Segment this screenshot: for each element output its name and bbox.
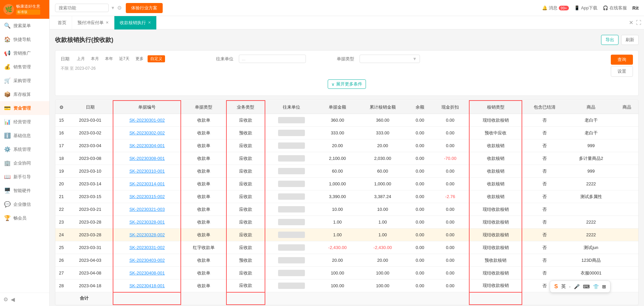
tab-receipt-close-icon[interactable]: ✕	[148, 20, 151, 25]
date-btn-more[interactable]: 更多	[133, 55, 146, 62]
bill-no-link[interactable]: SK-20230418-001	[129, 283, 165, 288]
topbar-chevron-icon: ▼	[111, 5, 115, 10]
cell-biz-type: 应收款	[226, 280, 265, 292]
sidebar-item-guide[interactable]: 📖 新手引导	[0, 170, 49, 184]
cell-balance: 0.00	[409, 165, 432, 178]
export-button[interactable]: 导出	[601, 35, 619, 45]
sidebar-item-marketing[interactable]: 📢 营销推广	[0, 46, 49, 60]
sogou-shirt-icon[interactable]: 👕	[593, 284, 599, 289]
refresh-button[interactable]: 刷新	[621, 35, 639, 45]
settings-button[interactable]: 设置	[611, 66, 633, 77]
sidebar-item-system-label: 系统管理	[13, 146, 31, 152]
cell-balance: 0.00	[409, 280, 432, 292]
bill-no-link[interactable]: SK-20230308-001	[129, 156, 165, 161]
purchase-icon: 🛒	[4, 77, 11, 84]
cell-counterpart	[265, 254, 318, 267]
sidebar-item-enterprise[interactable]: 🏢 企业协同	[0, 156, 49, 170]
tab-prepay-close-icon[interactable]: ✕	[106, 20, 109, 25]
app-download-link[interactable]: 📱 App下载	[574, 5, 597, 11]
cell-discount: 0.00	[431, 254, 469, 267]
cell-discount: -70.00	[431, 152, 469, 165]
tab-prepay-order[interactable]: 预付冲应付单 ✕	[72, 16, 114, 29]
cell-biz-type: 应收款	[226, 241, 265, 254]
date-btn-7days[interactable]: 近7天	[117, 55, 131, 62]
sidebar-item-search[interactable]: 🔍 搜索菜单	[0, 19, 49, 33]
sogou-input-label[interactable]: 英	[561, 284, 566, 290]
collapse-icon[interactable]: ◀	[11, 296, 15, 303]
counterpart-label: 往来单位	[216, 56, 233, 62]
bill-no-link[interactable]: SK-20230315-002	[129, 194, 165, 199]
footer-discount	[431, 292, 469, 305]
tab-actions: ✕ ⛶	[629, 19, 641, 26]
cell-included: 否	[522, 127, 567, 139]
cell-no: 26	[55, 254, 67, 267]
cell-counterpart	[265, 127, 318, 139]
tab-receipt-cancel[interactable]: 收款核销执行 ✕	[114, 16, 157, 29]
table-row: 16 2023-03-02 SK-20230302-002 收款单 预收款 33…	[55, 127, 638, 139]
settings-icon[interactable]: ⚙	[3, 296, 8, 303]
sidebar-item-quicknav[interactable]: 🏠 快捷导航	[0, 33, 49, 46]
page-title-bar: 收款核销执行(按收款) 导出 刷新	[55, 35, 639, 45]
cell-bill-type: 收款单	[181, 139, 226, 152]
bill-no-link[interactable]: SK-20230321-003	[129, 207, 165, 212]
sidebar-item-system[interactable]: ⚙️ 系统管理	[0, 142, 49, 156]
bill-no-link[interactable]: SK-20230328-002	[129, 232, 165, 237]
query-button[interactable]: 查询	[611, 55, 633, 65]
bill-no-link[interactable]: SK-20230302-002	[129, 130, 165, 135]
cell-date: 2023-04-03	[67, 254, 113, 267]
topbar-search-input[interactable]	[55, 4, 109, 12]
notification-area[interactable]: 🔔 消息 99+	[542, 5, 569, 11]
sogou-mic-icon[interactable]: 🎤	[574, 284, 580, 289]
bill-no-link[interactable]: SK-20230408-001	[129, 270, 165, 276]
date-btn-custom[interactable]: 自定义	[148, 55, 165, 62]
sidebar-item-basicinfo[interactable]: ℹ️ 基础信息	[0, 129, 49, 142]
expand-more-button[interactable]: ∨ 展开更多条件	[328, 79, 366, 89]
cell-cancel-amount: 100.00	[357, 280, 409, 292]
date-btn-this-month[interactable]: 本月	[89, 55, 101, 62]
cell-balance: 0.00	[409, 114, 432, 127]
industry-solution-button[interactable]: 体验行业方案	[126, 3, 163, 13]
sidebar-item-inventory[interactable]: 📦 库存核算	[0, 87, 49, 101]
sogou-grid-icon[interactable]: ⊞	[602, 284, 606, 289]
page-content: 收款核销执行(按收款) 导出 刷新 日期 上月 本月 本年 近7天	[50, 29, 644, 306]
date-btn-last-month[interactable]: 上月	[75, 55, 87, 62]
tab-fullscreen-icon[interactable]: ⛶	[636, 20, 641, 26]
cell-cancel-type: 收款核销	[469, 190, 522, 203]
bill-no-link[interactable]: SK-20230304-001	[129, 143, 165, 148]
bill-no-link[interactable]: SK-20230331-002	[129, 245, 165, 250]
cell-cancel-amount: 1.00	[357, 229, 409, 241]
sidebar-item-vip[interactable]: 🏆 畅会员	[0, 211, 49, 225]
cell-balance: 0.00	[409, 229, 432, 241]
bill-type-select[interactable]: ▼	[360, 55, 420, 63]
online-service-link[interactable]: 🎧 在线客服	[603, 5, 627, 11]
date-range-display: 不限 至 2023-07-26	[61, 66, 420, 71]
headset-icon: 🎧	[603, 5, 608, 10]
user-name[interactable]: Rit	[632, 5, 639, 11]
table-row: 21 2023-03-15 SK-20230315-002 收款单 应收款 3,…	[55, 190, 638, 203]
footer-counterpart	[265, 292, 318, 305]
bill-no-link[interactable]: SK-20230314-001	[129, 181, 165, 186]
sidebar-item-hardware[interactable]: 🖥️ 智能硬件	[0, 184, 49, 197]
sogou-dot-icon: ·	[569, 284, 571, 289]
sogou-keyboard-icon[interactable]: ⌨	[583, 284, 590, 289]
sidebar-item-finance[interactable]: 💳 资金管理	[0, 101, 49, 115]
bill-no-link[interactable]: SK-20230301-002	[129, 118, 165, 123]
cell-counterpart	[265, 139, 318, 152]
sidebar-item-sales-label: 销售管理	[13, 64, 31, 70]
sidebar-item-wechat[interactable]: 💬 企业微信	[0, 197, 49, 211]
cell-product1: 2222	[567, 178, 615, 190]
sidebar-item-sales[interactable]: 💰 销售管理	[0, 60, 49, 74]
bill-no-link[interactable]: SK-20230328-001	[129, 220, 165, 225]
tab-home[interactable]: 首页	[52, 16, 72, 29]
cell-product2	[615, 178, 638, 190]
sidebar-item-operations[interactable]: 📊 经营管理	[0, 115, 49, 129]
cell-cancel-amount: 100.00	[357, 267, 409, 280]
topbar-gear-icon[interactable]: ⚙	[117, 5, 122, 11]
date-btn-this-year[interactable]: 本年	[103, 55, 115, 62]
system-icon: ⚙️	[4, 146, 11, 152]
cell-product1: 123D商品	[567, 254, 615, 267]
sidebar-item-purchase[interactable]: 🛒 采购管理	[0, 74, 49, 87]
bill-no-link[interactable]: SK-20230310-001	[129, 169, 165, 174]
tab-close-window-icon[interactable]: ✕	[629, 19, 633, 26]
bill-no-link[interactable]: SK-20230403-002	[129, 258, 165, 263]
